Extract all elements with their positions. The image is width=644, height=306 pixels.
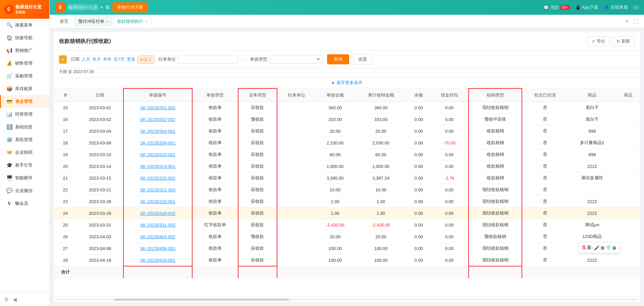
col-include-settled-header[interactable]: 包含已结清: [522, 88, 568, 102]
row-product: 老白干: [568, 114, 616, 125]
row-biz-type: 应收款: [238, 172, 277, 184]
app-download-btn[interactable]: 📱 App下载: [575, 4, 598, 10]
bill-type-select[interactable]: [269, 55, 323, 64]
header-dropdown-icon[interactable]: ▾: [101, 5, 103, 10]
online-service-label: 在线客服: [610, 4, 628, 10]
tab-receipt-exec[interactable]: 收款核销执行 ×: [113, 17, 151, 26]
date-this-year[interactable]: 本年: [103, 56, 112, 62]
sidebar-item-guide[interactable]: 🎓 新手引导: [0, 159, 49, 172]
row-date: 2023-04-08: [77, 243, 123, 254]
sidebar-item-hardware[interactable]: 🖥️ 智能硬件: [0, 172, 49, 184]
row-no: 15: [54, 102, 77, 114]
row-bill-no[interactable]: SK-20230403-002: [123, 231, 192, 243]
sidebar-item-finance[interactable]: 💳 资金管理: [0, 95, 49, 108]
row-include-settled: 否: [522, 184, 568, 196]
sidebar-item-ops[interactable]: 📊 经营管理: [0, 108, 49, 121]
date-last-7days[interactable]: 近7天: [114, 56, 125, 62]
row-bill-no[interactable]: SK-20230310-001: [123, 149, 192, 161]
collapse-icon[interactable]: ◀: [13, 296, 17, 303]
col-product2-header[interactable]: 商品: [616, 88, 640, 102]
col-product-header[interactable]: 商品: [568, 88, 616, 102]
expand-more-btn[interactable]: ▼ 展开更多条件: [331, 80, 363, 86]
col-amount-header[interactable]: 单据金额: [315, 88, 355, 102]
row-bill-no[interactable]: SK-20230314-001: [123, 161, 192, 172]
settings-btn[interactable]: 设置: [353, 54, 372, 65]
row-bill-no[interactable]: SK-20230304-001: [123, 125, 192, 137]
filter-expand-btn[interactable]: »: [59, 55, 67, 64]
filter-dots[interactable]: ···: [240, 57, 246, 62]
row-balance: 0.00: [407, 184, 430, 196]
sidebar-item-basic[interactable]: ℹ️ 基础信息: [0, 121, 49, 133]
horizontal-scrollbar[interactable]: [54, 297, 640, 302]
online-service-btn[interactable]: 👤 在线客服: [604, 4, 628, 10]
row-bill-no[interactable]: SK-20230418-001: [123, 254, 192, 266]
header-gear-icon[interactable]: ⚙: [105, 4, 110, 10]
settings-bottom-icon[interactable]: ⚙: [4, 296, 9, 303]
tab-payable[interactable]: 预付冲应付单 ×: [74, 17, 112, 26]
close-window-icon[interactable]: ×: [626, 18, 629, 24]
row-include-settled: 否: [522, 149, 568, 161]
sidebar-item-quick[interactable]: 🏠 快捷导航: [0, 32, 49, 44]
tab-payable-close[interactable]: ×: [106, 19, 108, 23]
row-bill-no[interactable]: SK-20230308-001: [123, 137, 192, 149]
sidebar-item-vip[interactable]: V 畅会员: [0, 197, 49, 210]
row-cash-discount: 0.00: [430, 254, 469, 266]
date-custom-tag[interactable]: 自定义: [138, 56, 154, 63]
col-bill-no-header[interactable]: 单据编号: [123, 88, 192, 102]
tab-receipt-close[interactable]: ×: [145, 19, 147, 23]
export-btn[interactable]: ↗ 导出: [587, 36, 609, 46]
partner-input[interactable]: [178, 55, 238, 64]
row-bill-no[interactable]: SK-20230331-002: [123, 219, 192, 231]
phone-icon: 📱: [575, 5, 581, 10]
col-date-header[interactable]: 日期: [77, 88, 123, 102]
header-logo-box: 6: [55, 2, 65, 12]
row-bill-no[interactable]: SK-20230302-002: [123, 114, 192, 125]
row-bill-no[interactable]: SK-20230301-002: [123, 102, 192, 114]
sidebar-item-corp[interactable]: 🤝 企业协同: [0, 146, 49, 159]
col-gear-header[interactable]: ⚙: [54, 88, 77, 102]
row-bill-no[interactable]: SK-20230408-001: [123, 243, 192, 254]
scrollbar-thumb[interactable]: [114, 299, 289, 301]
date-this-month[interactable]: 本月: [92, 56, 101, 62]
tab-home[interactable]: 首页: [55, 16, 73, 26]
sidebar-item-inventory[interactable]: 📦 库存核算: [0, 82, 49, 95]
row-no: 18: [54, 137, 77, 149]
row-partner: [277, 114, 315, 125]
sidebar-item-wechat[interactable]: 💬 企业微信: [0, 184, 49, 197]
table-header-row: ⚙ 日期 单据编号 单据类型 业务类型 往来单位 单据金额 累计核销金额 余额 …: [54, 88, 640, 102]
col-balance-header[interactable]: 余额: [407, 88, 430, 102]
row-biz-type: 应收款: [238, 102, 277, 114]
date-more[interactable]: 更多: [127, 56, 136, 62]
row-biz-type: 应收款: [238, 243, 277, 254]
row-product: 999: [568, 125, 616, 137]
row-bill-no[interactable]: SK-20230321-003: [123, 184, 192, 196]
sidebar-item-system[interactable]: ⚙️ 系统管理: [0, 133, 49, 146]
col-bill-type-header[interactable]: 单据类型: [192, 88, 238, 102]
date-prev-month[interactable]: 上月: [82, 56, 90, 62]
row-bill-type: 收款单: [192, 172, 238, 184]
row-bill-no[interactable]: SK-20230315-002: [123, 172, 192, 184]
filter-bar: » 日期 上月 本月 本年 近7天 更多 自定义 往来单位 ··· 单据类型: [54, 51, 640, 68]
col-biz-type-header[interactable]: 业务类型: [238, 88, 277, 102]
maximize-icon[interactable]: ⛶: [634, 19, 639, 24]
col-cumulative-header[interactable]: 累计核销金额: [355, 88, 407, 102]
industry-btn[interactable]: 体验行业方案: [112, 2, 148, 12]
sidebar-item-purchase[interactable]: 🛒 采购管理: [0, 70, 49, 82]
row-balance: 0.00: [407, 172, 430, 184]
sidebar-item-sales[interactable]: 💰 销售管理: [0, 57, 49, 70]
refresh-btn[interactable]: ↻ 刷新: [612, 36, 635, 46]
col-chx-type-header[interactable]: 核销类型: [469, 88, 522, 102]
query-btn[interactable]: 查询: [327, 54, 349, 64]
row-bill-no[interactable]: SK-20230328-001: [123, 196, 192, 207]
notifications-btn[interactable]: 💬 消息 99+: [543, 4, 570, 10]
row-cumulative: [355, 266, 407, 278]
row-cumulative: 60.00: [355, 149, 407, 161]
row-bill-no[interactable]: SK-20230328-002: [123, 207, 192, 219]
export-icon: ↗: [591, 39, 595, 44]
col-partner-header[interactable]: 往来单位: [277, 88, 315, 102]
row-chx-type: 收款核销: [469, 172, 522, 184]
sidebar-item-search[interactable]: 🔍 搜索菜单: [0, 19, 49, 32]
sidebar-item-label: 经营管理: [15, 111, 33, 117]
sidebar-item-marketing[interactable]: 📢 营销推广: [0, 44, 49, 57]
col-cash-discount-header[interactable]: 现金折扣: [430, 88, 469, 102]
